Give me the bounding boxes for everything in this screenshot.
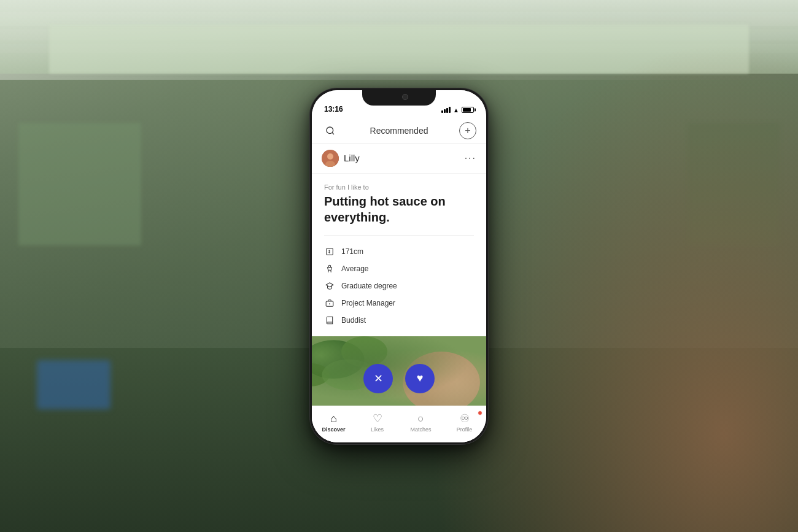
app-content: Recommended +	[312, 117, 486, 442]
avatar-svg	[322, 150, 339, 167]
add-icon: +	[465, 125, 470, 136]
phone: 13:16 ▲	[310, 88, 488, 444]
person-icon: ♾	[460, 412, 470, 425]
detail-row-body: Average	[324, 260, 474, 277]
card-content: For fun I like to Putting hot sauce on e…	[312, 174, 486, 235]
graduation-svg	[325, 282, 334, 290]
detail-row-job: Project Manager	[324, 295, 474, 312]
status-time: 13:16	[324, 105, 343, 114]
svg-marker-11	[326, 282, 333, 287]
profile-badge	[478, 411, 482, 415]
more-button[interactable]: ···	[465, 153, 476, 164]
detail-body: Average	[341, 264, 368, 273]
nav-label-profile: Profile	[457, 426, 473, 433]
battery-fill	[463, 108, 471, 112]
detail-education: Graduate degree	[341, 282, 397, 290]
detail-job: Project Manager	[341, 299, 395, 307]
nav-label-likes: Likes	[371, 426, 384, 433]
reject-icon: ✕	[374, 372, 383, 385]
nav-label-matches: Matches	[410, 426, 431, 433]
nav-item-matches[interactable]: ○ Matches	[406, 412, 436, 433]
svg-point-3	[327, 153, 333, 160]
signal-bars-icon	[441, 107, 451, 113]
wall-panel-top	[49, 25, 749, 74]
signal-bar-4	[449, 107, 451, 113]
detail-row-height: 171cm	[324, 243, 474, 260]
reject-button[interactable]: ✕	[363, 364, 393, 393]
notch	[362, 88, 436, 106]
briefcase-icon	[324, 298, 335, 309]
profile-info: Lilly	[322, 150, 360, 167]
book-svg	[325, 316, 334, 325]
briefcase-svg	[325, 299, 334, 307]
svg-point-0	[327, 127, 333, 134]
heart-icon: ♡	[373, 412, 382, 425]
chat-icon: ○	[417, 412, 424, 425]
top-nav: Recommended +	[312, 117, 486, 144]
like-icon: ♥	[417, 372, 424, 385]
nav-item-likes[interactable]: ♡ Likes	[362, 412, 393, 433]
like-button[interactable]: ♥	[405, 364, 435, 393]
ruler-icon	[324, 246, 335, 257]
phone-wrapper: 13:16 ▲	[310, 88, 488, 444]
phone-screen: 13:16 ▲	[312, 90, 486, 442]
search-icon	[325, 126, 335, 136]
card-title: Putting hot sauce on everything.	[324, 193, 474, 225]
battery-icon	[462, 107, 474, 113]
body-svg	[325, 264, 334, 273]
body-icon	[324, 263, 335, 274]
nav-item-profile[interactable]: ♾ Profile	[449, 412, 480, 433]
nav-item-discover[interactable]: ⌂ Discover	[319, 412, 349, 433]
home-icon: ⌂	[330, 412, 337, 425]
book-icon	[324, 315, 335, 326]
profile-header: Lilly ···	[312, 144, 486, 174]
svg-line-9	[328, 270, 329, 272]
notch-camera	[402, 94, 408, 100]
svg-line-10	[331, 270, 331, 272]
signal-bar-1	[441, 110, 443, 113]
detail-row-religion: Buddist	[324, 312, 474, 329]
graduation-icon	[324, 280, 335, 291]
add-button[interactable]: +	[459, 122, 476, 139]
wall-panel-left	[18, 123, 141, 245]
signal-bar-2	[444, 109, 446, 113]
status-icons: ▲	[441, 107, 474, 114]
signal-bar-3	[446, 108, 448, 113]
profile-details: 171cm Average	[312, 236, 486, 336]
nav-title: Recommended	[370, 126, 428, 136]
nav-label-discover: Discover	[322, 426, 345, 433]
search-button[interactable]	[322, 122, 339, 139]
blue-accent	[37, 360, 110, 409]
detail-row-education: Graduate degree	[324, 277, 474, 295]
avatar-image	[322, 150, 339, 167]
ruler-svg	[325, 247, 334, 256]
svg-line-1	[332, 133, 334, 134]
wall-panel-right	[688, 123, 780, 245]
bottom-nav: ⌂ Discover ♡ Likes ○ Matches ♾ Pro	[312, 406, 486, 442]
avatar	[322, 150, 339, 167]
detail-height: 171cm	[341, 247, 363, 256]
action-buttons: ✕ ♥	[363, 364, 435, 393]
profile-name: Lilly	[344, 153, 360, 163]
wifi-icon: ▲	[453, 107, 459, 114]
detail-religion: Buddist	[341, 316, 366, 325]
card-subtitle: For fun I like to	[324, 183, 474, 191]
